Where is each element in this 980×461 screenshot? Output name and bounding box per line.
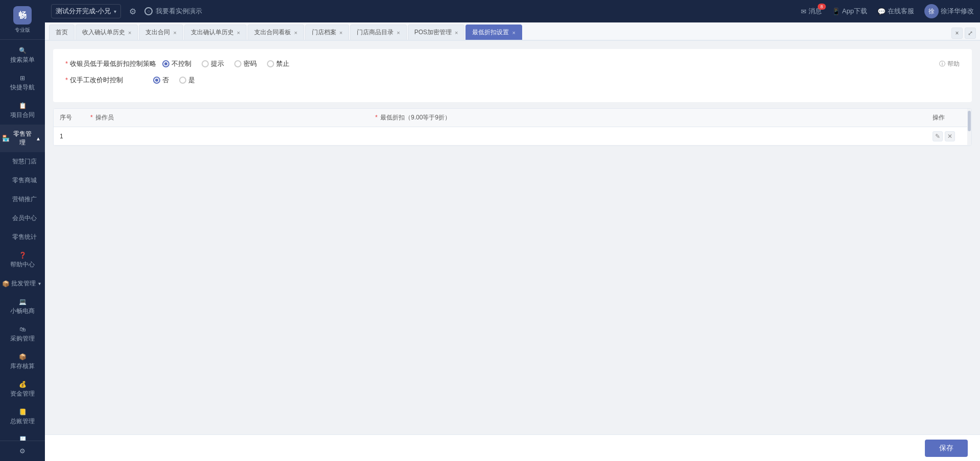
topbar-settings-button[interactable]: ⚙: [129, 7, 136, 16]
table-header: 序号 操作员 最低折扣（9.00等于9折） 操作: [54, 109, 967, 127]
tab-close-icon[interactable]: ×: [237, 30, 240, 36]
sidebar-item-smart-store[interactable]: 智慧门店: [0, 152, 45, 171]
user-profile-button[interactable]: 徐 徐泽华修改: [924, 4, 974, 18]
radio-no-control[interactable]: 不控制: [162, 59, 191, 68]
search-menu-icon: 🔍: [19, 47, 27, 54]
radio-circle: [202, 60, 209, 67]
chevron-down-icon: ▾: [114, 9, 116, 14]
sidebar-item-ecommerce[interactable]: 💻 小畅电商: [0, 293, 45, 321]
tab-pay-contract[interactable]: 支出合同 ×: [139, 25, 183, 40]
sidebar-item-search[interactable]: 🔍 搜索菜单: [0, 42, 45, 69]
tab-label: 支出合同: [145, 28, 170, 37]
sidebar-item-shortcut[interactable]: ⊞ 快捷导航: [0, 69, 45, 97]
radio-password[interactable]: 密码: [234, 59, 257, 68]
project-icon: 📋: [19, 102, 27, 109]
sidebar-item-ledger[interactable]: 📒 总账管理: [0, 403, 45, 431]
inventory-icon: 📦: [19, 353, 27, 360]
tab-close-all-button[interactable]: ×: [951, 28, 963, 39]
radio-no[interactable]: 否: [153, 76, 169, 85]
sidebar-item-inventory[interactable]: 📦 库存核算: [0, 348, 45, 376]
discount-control-label: * 收银员低于最低折扣控制策略: [65, 59, 156, 68]
sidebar-item-retail-stat[interactable]: 零售统计: [0, 228, 45, 247]
sidebar-item-label: 采购管理: [10, 334, 35, 343]
radio-forbid[interactable]: 禁止: [267, 59, 289, 68]
sidebar-item-retail[interactable]: 🏪 零售管理 ▲: [0, 125, 45, 152]
help-button[interactable]: ⓘ 帮助: [939, 60, 960, 68]
page-content: * 收银员低于最低折扣控制策略 不控制 提示 密码: [45, 41, 980, 434]
table-scrollbar[interactable]: [967, 109, 971, 145]
col-operator: 操作员: [84, 113, 369, 122]
tab-home[interactable]: 首页: [49, 25, 75, 40]
sidebar-item-purchase[interactable]: 🛍 采购管理: [0, 321, 45, 348]
tab-pay-contract-view[interactable]: 支出合同看板 ×: [248, 25, 304, 40]
sidebar-item-label: 批发管理: [11, 279, 36, 288]
radio-circle: [234, 60, 241, 67]
sidebar-item-label: 会员中心: [12, 214, 37, 223]
radio-yes[interactable]: 是: [179, 76, 195, 85]
tab-close-icon[interactable]: ×: [294, 30, 297, 36]
tab-label: 最低折扣设置: [472, 28, 509, 37]
sidebar-item-label: 资金管理: [10, 390, 35, 398]
sidebar-item-finance[interactable]: 💰 资金管理: [0, 376, 45, 403]
sidebar-item-marketing[interactable]: 营销推广: [0, 190, 45, 209]
tab-close-icon[interactable]: ×: [128, 30, 131, 36]
tab-close-icon[interactable]: ×: [512, 30, 515, 36]
help-circle-icon: ⓘ: [939, 60, 945, 68]
tab-store-archive[interactable]: 门店档案 ×: [305, 25, 349, 40]
tab-close-icon[interactable]: ×: [397, 30, 400, 36]
sidebar-item-member[interactable]: 会员中心: [0, 209, 45, 228]
tab-store-goods[interactable]: 门店商品目录 ×: [350, 25, 406, 40]
message-button[interactable]: ✉ 消息 8: [801, 7, 822, 16]
radio-circle: [179, 77, 186, 84]
demo-link[interactable]: ○ 我要看实例演示: [144, 7, 202, 16]
table-main: 序号 操作员 最低折扣（9.00等于9折） 操作 1: [54, 109, 967, 145]
tab-label: 门店商品目录: [357, 28, 394, 37]
radio-circle: [267, 60, 274, 67]
gear-icon: ⚙: [129, 7, 136, 16]
main-content: 测试分开完成-小兄 ▾ ⚙ ○ 我要看实例演示 ✉ 消息 8 📱 App下载 💬…: [45, 0, 980, 461]
tab-close-icon[interactable]: ×: [339, 30, 342, 36]
sidebar-item-label: 零售商城: [12, 176, 37, 185]
sidebar-item-invoice[interactable]: 🧾 发票管理: [0, 431, 45, 441]
tab-bar: 首页 收入确认单历史 × 支出合同 × 支出确认单历史 × 支出合同看板 × 门…: [45, 22, 980, 41]
finance-icon: 💰: [19, 381, 27, 388]
delete-row-button[interactable]: ✕: [945, 131, 955, 141]
notification-badge: 8: [818, 4, 826, 10]
tab-pos-password[interactable]: POS加密管理 ×: [408, 25, 465, 40]
sidebar-settings-button[interactable]: ⚙: [0, 441, 45, 461]
tab-maximize-button[interactable]: ⤢: [965, 28, 976, 39]
edit-row-button[interactable]: ✎: [933, 131, 943, 141]
tab-pay-confirm-history[interactable]: 支出确认单历史 ×: [184, 25, 247, 40]
demo-icon: ○: [144, 7, 153, 15]
save-button[interactable]: 保存: [925, 440, 968, 457]
sidebar-item-label: 小畅电商: [10, 307, 35, 316]
tab-bar-actions: × ⤢: [951, 28, 976, 40]
project-selector[interactable]: 测试分开完成-小兄 ▾: [51, 4, 121, 18]
sidebar-item-project[interactable]: 📋 项目合同: [0, 97, 45, 125]
sidebar-item-label: 库存核算: [10, 362, 35, 371]
download-icon: 📱: [832, 8, 840, 15]
tab-close-icon[interactable]: ×: [173, 30, 176, 36]
manual-price-radio-group: 否 是: [153, 76, 195, 85]
sidebar-item-wholesale[interactable]: 📦 批发管理 ▾: [0, 274, 45, 293]
app-download-button[interactable]: 📱 App下载: [832, 7, 867, 16]
sidebar-item-label: 零售统计: [12, 233, 37, 241]
sidebar-item-help[interactable]: ❓ 帮助中心: [0, 247, 45, 274]
wholesale-icon: 📦: [2, 280, 10, 287]
cell-seq: 1: [54, 133, 84, 140]
tab-min-discount[interactable]: 最低折扣设置 ×: [465, 25, 522, 40]
online-service-button[interactable]: 💬 在线客服: [877, 7, 914, 16]
tab-label: 支出合同看板: [254, 28, 291, 37]
radio-remind[interactable]: 提示: [202, 59, 224, 68]
tab-close-icon[interactable]: ×: [455, 30, 458, 36]
ecommerce-icon: 💻: [19, 298, 27, 305]
col-discount: 最低折扣（9.00等于9折）: [369, 113, 926, 122]
tab-label: 收入确认单历史: [82, 28, 125, 37]
shortcut-nav-icon: ⊞: [20, 75, 25, 82]
manual-price-row: * 仅手工改价时控制 否 是: [65, 76, 960, 85]
sidebar-item-label: 营销推广: [12, 195, 37, 204]
settings-form-card: * 收银员低于最低折扣控制策略 不控制 提示 密码: [53, 49, 972, 102]
sidebar-item-online-store[interactable]: 零售商城: [0, 171, 45, 190]
required-asterisk: *: [65, 76, 68, 84]
tab-income-confirm-history[interactable]: 收入确认单历史 ×: [76, 25, 138, 40]
